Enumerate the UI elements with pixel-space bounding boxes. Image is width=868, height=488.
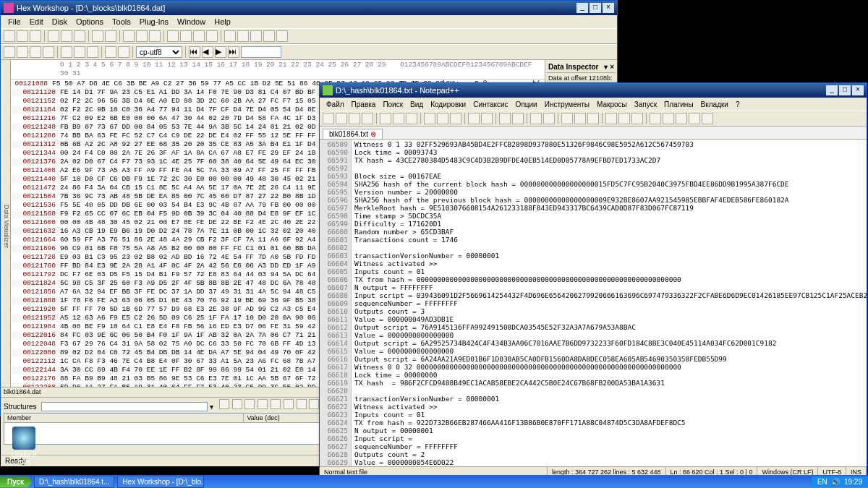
saveall-icon[interactable]	[362, 113, 373, 124]
struct-add-icon[interactable]	[219, 399, 229, 409]
t2h-icon[interactable]	[105, 46, 116, 58]
t2b-icon[interactable]	[17, 46, 28, 58]
menu-item[interactable]: Плагины	[660, 99, 697, 110]
new-icon[interactable]	[323, 113, 334, 124]
struct-up-icon[interactable]	[244, 399, 255, 409]
monitor-icon[interactable]	[631, 113, 643, 124]
saverec-icon[interactable]	[702, 113, 713, 124]
tool-icon[interactable]	[180, 30, 192, 42]
file-tab[interactable]: blk01864.txt ⊗	[323, 129, 383, 139]
folder-icon[interactable]	[618, 113, 630, 124]
column-header[interactable]: Member	[4, 414, 244, 422]
menu-item[interactable]: Поиск	[379, 99, 407, 110]
playrec-icon[interactable]	[689, 113, 700, 124]
func-icon[interactable]	[605, 113, 617, 124]
zoomout-icon[interactable]	[543, 113, 555, 124]
first-icon[interactable]: ⏮	[189, 46, 200, 58]
replace-icon[interactable]	[149, 30, 161, 42]
encoding-select[interactable]: cp-utf8	[136, 46, 182, 58]
struct-d-icon[interactable]	[309, 399, 319, 409]
redo-icon[interactable]	[481, 113, 493, 124]
clock[interactable]: 19:29	[844, 478, 862, 486]
minimize-button[interactable]: _	[826, 85, 838, 95]
struct-a-icon[interactable]	[271, 399, 281, 409]
t2g-icon[interactable]	[87, 46, 98, 58]
find-icon[interactable]	[499, 113, 511, 124]
t2d-icon[interactable]	[43, 46, 54, 58]
zoomin-icon[interactable]	[530, 113, 542, 124]
help-icon[interactable]	[276, 30, 288, 42]
struct-b-icon[interactable]	[284, 399, 294, 409]
tool4-icon[interactable]	[224, 30, 236, 42]
close-icon[interactable]	[380, 113, 391, 124]
menu-help[interactable]: Help	[210, 16, 235, 27]
tool2-icon[interactable]	[193, 30, 205, 42]
system-tray[interactable]: EN 🔊 19:29	[812, 476, 868, 487]
close-button[interactable]: ×	[852, 85, 864, 95]
maximize-button[interactable]: □	[590, 3, 601, 13]
taskbar-item[interactable]: Hex Workshop - [D:\_blo...	[117, 476, 204, 488]
last-icon[interactable]: ⏭	[228, 46, 239, 58]
t2a-icon[interactable]	[4, 46, 15, 58]
redo-icon[interactable]	[105, 30, 116, 42]
find-icon[interactable]	[123, 30, 135, 42]
close-button[interactable]: ×	[603, 3, 614, 13]
menu-tools[interactable]: Tools	[108, 16, 135, 27]
allchars-icon[interactable]	[574, 113, 586, 124]
tool7-icon[interactable]	[263, 30, 275, 42]
taskbar-item[interactable]: D:\_hash\blk01864.t...	[34, 476, 114, 488]
goto-icon[interactable]	[136, 30, 148, 42]
struct-down-icon[interactable]	[258, 399, 268, 409]
goto-input[interactable]	[241, 46, 281, 58]
structures-combo[interactable]	[41, 402, 208, 411]
tool3-icon[interactable]	[206, 30, 218, 42]
editor-text[interactable]: Witness 0 1 33 02FF529693AB45BD4E2FFCB28…	[352, 140, 867, 466]
menu-disk[interactable]: Disk	[48, 16, 72, 27]
menu-item[interactable]: Кодировки	[427, 99, 469, 110]
tool6-icon[interactable]	[250, 30, 262, 42]
t2e-icon[interactable]	[61, 46, 72, 58]
new-icon[interactable]	[4, 30, 15, 42]
menu-item[interactable]: Опции	[512, 99, 541, 110]
menu-window[interactable]: Window	[173, 16, 210, 27]
tab-close-icon[interactable]: ⊗	[370, 130, 376, 138]
menubar[interactable]: ФайлПравкаПоискВидКодировкиСинтаксисОпци…	[320, 98, 867, 111]
menu-item[interactable]: Правка	[348, 99, 380, 110]
menu-item[interactable]: Синтаксис	[469, 99, 511, 110]
cut-icon[interactable]	[424, 113, 435, 124]
undo-icon[interactable]	[468, 113, 480, 124]
menu-plug-ins[interactable]: Plug-Ins	[135, 16, 173, 27]
indent-icon[interactable]	[587, 113, 599, 124]
paste-icon[interactable]	[74, 30, 85, 42]
replace-icon[interactable]	[512, 113, 524, 124]
copy-icon[interactable]	[61, 30, 72, 42]
menubar[interactable]: FileEditDiskOptionsToolsPlug-InsWindowHe…	[1, 15, 617, 28]
bookmark-icon[interactable]	[167, 30, 179, 42]
save-icon[interactable]	[349, 113, 360, 124]
menu-item[interactable]: Вкладки	[697, 99, 732, 110]
desktop-shortcut[interactable]: Quake II RTX	[4, 427, 43, 466]
struct-dropdown-icon[interactable]: ▾	[210, 403, 213, 411]
next-icon[interactable]: ▶	[215, 46, 226, 58]
struct-c-icon[interactable]	[297, 399, 307, 409]
t2f-icon[interactable]	[74, 46, 85, 58]
menu-item[interactable]: Вид	[407, 99, 427, 110]
menu-item[interactable]: Инструменты	[541, 99, 593, 110]
paste-icon[interactable]	[450, 113, 461, 124]
minimize-button[interactable]: _	[576, 3, 588, 13]
struct-del-icon[interactable]	[232, 399, 242, 409]
copy-icon[interactable]	[437, 113, 448, 124]
start-button[interactable]: Пуск	[0, 476, 31, 487]
menu-edit[interactable]: Edit	[25, 16, 48, 27]
t2i-icon[interactable]	[118, 46, 129, 58]
record-icon[interactable]	[650, 113, 661, 124]
lang-indicator[interactable]: EN	[817, 478, 827, 486]
open-icon[interactable]	[336, 113, 347, 124]
menu-item[interactable]: ?	[732, 99, 744, 110]
document-tab[interactable]: blk01864.dat	[4, 388, 41, 395]
t2c-icon[interactable]	[30, 46, 41, 58]
cut-icon[interactable]	[48, 30, 59, 42]
print-icon[interactable]	[406, 113, 417, 124]
closeall-icon[interactable]	[393, 113, 404, 124]
stop-icon[interactable]	[676, 113, 687, 124]
